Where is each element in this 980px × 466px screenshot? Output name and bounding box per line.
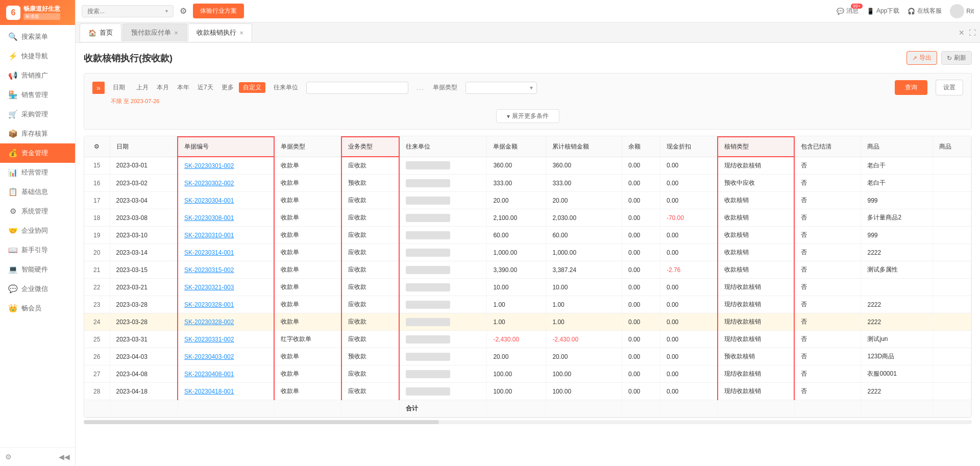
cell-discount: 0.00	[660, 365, 718, 383]
cell-verified: 100.00	[546, 383, 622, 400]
cell-biz-type: 应收款	[341, 157, 399, 175]
tab-close-prepayment[interactable]: ✕	[174, 30, 178, 36]
doc-no-link[interactable]: SK-20230301-002	[184, 162, 234, 169]
online-service-btn[interactable]: 🎧 在线客服	[908, 7, 942, 15]
cell-discount: -70.00	[660, 209, 718, 227]
col-amount[interactable]: 单据金额	[487, 137, 546, 157]
sidebar-item-9[interactable]: ⚙系统管理	[0, 202, 75, 221]
cell-amount: 1,000.00	[487, 244, 546, 261]
cell-verified: 20.00	[546, 348, 622, 365]
doc-no-link[interactable]: SK-20230331-002	[184, 336, 234, 343]
gear-icon[interactable]: ⚙	[180, 6, 187, 16]
col-doc-no[interactable]: 单据编号	[178, 137, 274, 157]
search-input[interactable]	[87, 8, 163, 15]
settings-icon[interactable]: ⚙	[5, 453, 12, 461]
sidebar-item-12[interactable]: 💻智能硬件	[0, 260, 75, 279]
sidebar-item-13[interactable]: 💬企业微信	[0, 279, 75, 299]
table-row: 28 2023-04-18 SK-20230418-001 收款单 应收款 ██…	[84, 383, 971, 400]
export-btn[interactable]: ↗ 导出	[906, 51, 937, 65]
sidebar-item-8[interactable]: 📋基础信息	[0, 182, 75, 202]
doc-no-link[interactable]: SK-20230328-001	[184, 301, 234, 308]
collapse-icon[interactable]: ◀◀	[59, 453, 70, 461]
user-info[interactable]: Rit	[950, 4, 974, 18]
sidebar-item-14[interactable]: 👑畅会员	[0, 299, 75, 318]
col-balance[interactable]: 余额	[622, 137, 660, 157]
partner-dots[interactable]: ...	[416, 84, 425, 91]
date-this-month[interactable]: 本月	[154, 82, 172, 93]
doc-no-link[interactable]: SK-20230302-002	[184, 180, 234, 187]
cell-product1: 多计量商品2	[861, 209, 933, 227]
cell-doc-no: SK-20230328-002	[178, 313, 274, 331]
cell-product1: 2222	[861, 313, 933, 331]
cell-doc-no: SK-20230315-002	[178, 261, 274, 279]
col-product2[interactable]: 商品	[933, 137, 971, 157]
sidebar-item-10[interactable]: 🤝企业协同	[0, 221, 75, 240]
cell-verified: 333.00	[546, 175, 622, 192]
col-biz-type[interactable]: 业务类型	[341, 137, 399, 157]
col-verified[interactable]: 累计核销金额	[546, 137, 622, 157]
app-download-btn[interactable]: 📱 App下载	[867, 7, 899, 15]
sidebar-item-4[interactable]: 🛒采购管理	[0, 105, 75, 124]
col-product1[interactable]: 商品	[861, 137, 933, 157]
sidebar-item-3[interactable]: 🏪销售管理	[0, 85, 75, 105]
sidebar-item-2[interactable]: 📢营销推广	[0, 66, 75, 85]
cell-balance: 0.00	[622, 348, 660, 365]
query-btn[interactable]: 查询	[895, 80, 927, 95]
filter-settings-btn[interactable]: 设置	[936, 80, 963, 95]
date-last-month[interactable]: 上月	[133, 82, 152, 93]
col-doc-type[interactable]: 单据类型	[274, 137, 341, 157]
tab-home[interactable]: 🏠 首页	[80, 23, 121, 41]
doc-no-link[interactable]: SK-20230408-001	[184, 371, 234, 378]
refresh-btn[interactable]: ↻ 刷新	[941, 51, 972, 65]
doc-no-link[interactable]: SK-20230310-001	[184, 232, 234, 239]
doc-no-link[interactable]: SK-20230308-001	[184, 214, 234, 222]
cell-discount: 0.00	[660, 175, 718, 192]
messages-btn[interactable]: 💬 消息 99+	[837, 7, 859, 15]
sidebar-item-5[interactable]: 📦库存核算	[0, 124, 75, 143]
cell-discount: 0.00	[660, 279, 718, 296]
tab-prepayment[interactable]: 预付款应付单 ✕	[122, 23, 187, 41]
tab-verify[interactable]: 收款核销执行 ✕	[188, 23, 252, 41]
col-verify-type[interactable]: 核销类型	[718, 137, 794, 157]
partner-input[interactable]	[306, 82, 408, 94]
close-tab-icon[interactable]: ✕	[959, 29, 965, 37]
col-setting[interactable]: ⚙	[84, 137, 110, 157]
doc-no-link[interactable]: SK-20230403-002	[184, 353, 234, 360]
doc-no-link[interactable]: SK-20230418-001	[184, 388, 234, 395]
doc-no-link[interactable]: SK-20230321-003	[184, 284, 234, 291]
date-7days[interactable]: 近7天	[194, 82, 216, 93]
expand-tab-icon[interactable]: ⛶	[969, 29, 976, 37]
sidebar-item-0[interactable]: 🔍搜索菜单	[0, 27, 75, 46]
expand-more-btn[interactable]: ▾ 展开更多条件	[496, 109, 559, 123]
cell-biz-type: 应收款	[341, 227, 399, 244]
sidebar-item-1[interactable]: ⚡快捷导航	[0, 46, 75, 66]
sidebar-item-11[interactable]: 📖新手引导	[0, 240, 75, 260]
sidebar-item-6[interactable]: 💰资金管理	[0, 143, 75, 163]
col-partner[interactable]: 往来单位	[399, 137, 487, 157]
cell-product2	[933, 192, 971, 209]
doc-type-select[interactable]	[465, 82, 537, 94]
doc-no-link[interactable]: SK-20230314-001	[184, 249, 234, 256]
date-custom-btn[interactable]: 自定义	[239, 82, 265, 93]
cell-doc-type: 红字收款单	[274, 331, 341, 348]
col-discount[interactable]: 现金折扣	[660, 137, 718, 157]
col-date[interactable]: 日期	[110, 137, 178, 157]
cell-biz-type: 应收款	[341, 261, 399, 279]
col-include-settled[interactable]: 包含已结清	[794, 137, 861, 157]
cell-verified: 20.00	[546, 192, 622, 209]
doc-no-link[interactable]: SK-20230315-002	[184, 266, 234, 274]
horizontal-scrollbar[interactable]	[84, 420, 972, 424]
cell-product2	[933, 175, 971, 192]
sidebar-item-7[interactable]: 📊经营管理	[0, 163, 75, 182]
cell-biz-type: 应收款	[341, 279, 399, 296]
tab-close-verify[interactable]: ✕	[239, 30, 243, 36]
doc-no-link[interactable]: SK-20230304-001	[184, 197, 234, 204]
scroll-thumb[interactable]	[84, 420, 439, 424]
cell-biz-type: 应收款	[341, 209, 399, 227]
doc-no-link[interactable]: SK-20230328-002	[184, 318, 234, 326]
filter-expand-btn[interactable]: »	[92, 82, 105, 94]
date-this-year[interactable]: 本年	[174, 82, 192, 93]
date-more[interactable]: 更多	[218, 82, 237, 93]
search-wrapper[interactable]: ▾	[82, 5, 174, 17]
industry-btn[interactable]: 体验行业方案	[193, 4, 244, 18]
